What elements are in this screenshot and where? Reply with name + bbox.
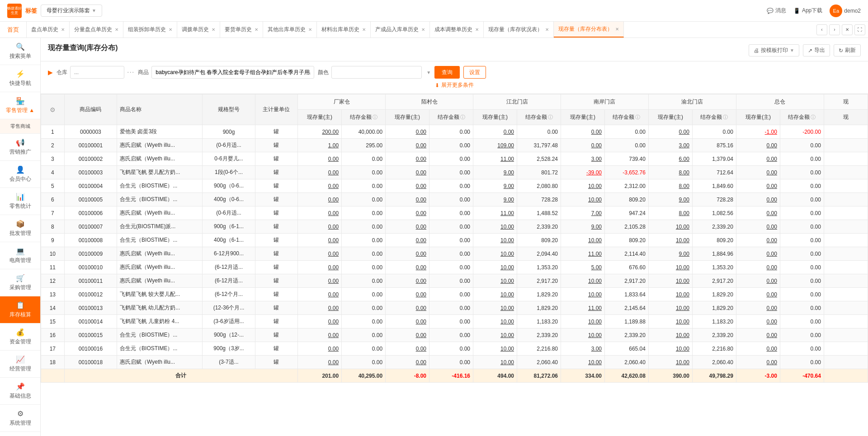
settings-icon[interactable]: ⚙ — [50, 106, 56, 113]
table-container[interactable]: ⚙ 商品编码 商品名称 规格型号 主计量单位 厂家仓 陌村仓 江北门店 南岸门店… — [41, 94, 868, 436]
num-value[interactable]: 0.00 — [328, 237, 339, 244]
num-value[interactable]: 10.00 — [500, 359, 514, 366]
num-value[interactable]: 10.00 — [500, 291, 514, 298]
w5-amt-info-icon[interactable]: ⓘ — [723, 114, 728, 120]
num-value[interactable]: 10.00 — [500, 319, 514, 325]
nav-selector[interactable]: 母婴行业演示陈套 ▼ — [41, 5, 102, 17]
sidebar-item-member[interactable]: 👤 会员中心 — [0, 161, 40, 188]
num-value[interactable]: 10.00 — [588, 319, 602, 325]
num-value[interactable]: 9.00 — [504, 183, 514, 189]
num-value[interactable]: 0.00 — [416, 319, 426, 325]
tab-5[interactable]: 要货单历史 ✕ — [220, 22, 263, 38]
num-value[interactable]: 10.00 — [588, 291, 602, 298]
sidebar-item-nav[interactable]: ⚡ 快捷导航 — [0, 65, 40, 92]
num-value[interactable]: 0.00 — [767, 142, 777, 149]
num-value[interactable]: 0.00 — [767, 197, 777, 203]
num-value[interactable]: 0.00 — [767, 291, 777, 298]
warehouse-input[interactable] — [70, 66, 124, 79]
w3-amt-info-icon[interactable]: ⓘ — [548, 114, 553, 120]
tab-4-close[interactable]: ✕ — [212, 27, 215, 32]
sidebar-item-retail-manage[interactable]: 🏪 零售管理 ▲ — [0, 92, 40, 119]
tab-prev-btn[interactable]: ‹ — [816, 24, 827, 35]
num-value[interactable]: 0.00 — [328, 251, 339, 257]
num-value[interactable]: 0.00 — [416, 237, 426, 244]
num-value[interactable]: 10.00 — [500, 346, 514, 352]
num-value[interactable]: 200.00 — [322, 129, 339, 135]
num-value[interactable]: 10.00 — [500, 224, 514, 230]
num-value[interactable]: 0.00 — [416, 332, 426, 338]
tab-close-all-btn[interactable]: ✕ — [842, 24, 853, 35]
tab-next-btn[interactable]: › — [829, 24, 840, 35]
sidebar-item-wholesale[interactable]: 📦 批发管理 — [0, 215, 40, 242]
export-btn[interactable]: ↗ 导出 — [803, 44, 830, 56]
num-value[interactable]: 8.00 — [679, 169, 689, 176]
num-value[interactable]: 0.00 — [416, 183, 426, 189]
num-value[interactable]: 0.00 — [416, 278, 426, 284]
num-value[interactable]: 0.00 — [328, 169, 339, 176]
tab-1-close[interactable]: ✕ — [61, 27, 65, 32]
num-value[interactable]: 10.00 — [500, 305, 514, 311]
num-value[interactable]: 10.00 — [676, 346, 689, 352]
num-value[interactable]: 10.00 — [588, 237, 602, 244]
query-button[interactable]: 查询 — [434, 66, 460, 79]
tab-6[interactable]: 其他出库单历史 ✕ — [263, 22, 317, 38]
tab-expand-btn[interactable]: ⛶ — [854, 24, 865, 35]
num-value[interactable]: 0.00 — [504, 129, 514, 135]
num-value[interactable]: 9.00 — [504, 197, 514, 203]
tab-11-close[interactable]: ✕ — [615, 27, 619, 32]
num-value[interactable]: 0.00 — [767, 305, 777, 311]
num-value[interactable]: 0.00 — [416, 291, 426, 298]
tab-11[interactable]: 现存量（库存分布表） ✕ — [554, 22, 624, 38]
w2-amt-info-icon[interactable]: ⓘ — [460, 114, 465, 120]
sidebar-item-purchase[interactable]: 🛒 采购管理 — [0, 269, 40, 296]
num-value[interactable]: 10.00 — [588, 332, 602, 338]
num-value[interactable]: 0.00 — [328, 346, 339, 352]
num-value[interactable]: 9.00 — [591, 224, 602, 230]
tab-10-close[interactable]: ✕ — [545, 27, 549, 32]
sidebar-item-retail-stats[interactable]: 📊 零售统计 — [0, 188, 40, 215]
num-value[interactable]: 3.00 — [591, 346, 602, 352]
num-value[interactable]: 0.00 — [679, 129, 689, 135]
tab-5-close[interactable]: ✕ — [255, 27, 258, 32]
goods-input[interactable] — [151, 66, 314, 79]
num-value[interactable]: 109.00 — [497, 142, 514, 149]
num-value[interactable]: 0.00 — [767, 156, 777, 162]
sidebar-item-basic[interactable]: 📌 基础信息 — [0, 378, 40, 405]
sidebar-item-search[interactable]: 🔍 搜索英单 — [0, 38, 40, 65]
num-value[interactable]: 0.00 — [416, 305, 426, 311]
num-value[interactable]: 0.00 — [328, 224, 339, 230]
sidebar-item-collab[interactable]: 🤝 企业协同 — [0, 432, 40, 436]
num-value[interactable]: 0.00 — [416, 346, 426, 352]
num-value[interactable]: 1.00 — [328, 142, 339, 149]
num-value[interactable]: 10.00 — [676, 332, 689, 338]
num-value[interactable]: 10.00 — [500, 264, 514, 271]
num-value[interactable]: 9.00 — [679, 251, 689, 257]
color-input[interactable] — [331, 66, 422, 79]
num-value[interactable]: 10.00 — [676, 319, 689, 325]
num-value[interactable]: 0.00 — [328, 156, 339, 162]
num-value[interactable]: 0.00 — [416, 142, 426, 149]
num-value[interactable]: 0.00 — [767, 169, 777, 176]
tab-2[interactable]: 分量盘点单历史 ✕ — [70, 22, 123, 38]
num-value[interactable]: -39.00 — [586, 169, 602, 176]
num-value[interactable]: 10.00 — [588, 278, 602, 284]
tab-3[interactable]: 组装拆卸单历史 ✕ — [123, 22, 177, 38]
num-value[interactable]: 0.00 — [767, 346, 777, 352]
num-value[interactable]: 10.00 — [500, 237, 514, 244]
warehouse-dots[interactable]: ··· — [127, 68, 134, 76]
num-value[interactable]: 10.00 — [676, 224, 689, 230]
num-value[interactable]: 10.00 — [500, 251, 514, 257]
num-value[interactable]: 0.00 — [328, 197, 339, 203]
num-value[interactable]: 11.00 — [500, 210, 514, 216]
num-value[interactable]: 7.00 — [591, 210, 602, 216]
tab-4[interactable]: 调拨单历史 ✕ — [177, 22, 220, 38]
setting-button[interactable]: 设置 — [463, 66, 486, 79]
num-value[interactable]: 9.00 — [679, 197, 689, 203]
num-value[interactable]: 0.00 — [767, 210, 777, 216]
num-value[interactable]: 10.00 — [676, 359, 689, 366]
num-value[interactable]: 10.00 — [500, 332, 514, 338]
user-area[interactable]: Ea demo2 — [830, 5, 861, 17]
num-value[interactable]: 0.00 — [767, 251, 777, 257]
sidebar-item-system[interactable]: ⚙ 系统管理 — [0, 405, 40, 432]
num-value[interactable]: 0.00 — [328, 210, 339, 216]
